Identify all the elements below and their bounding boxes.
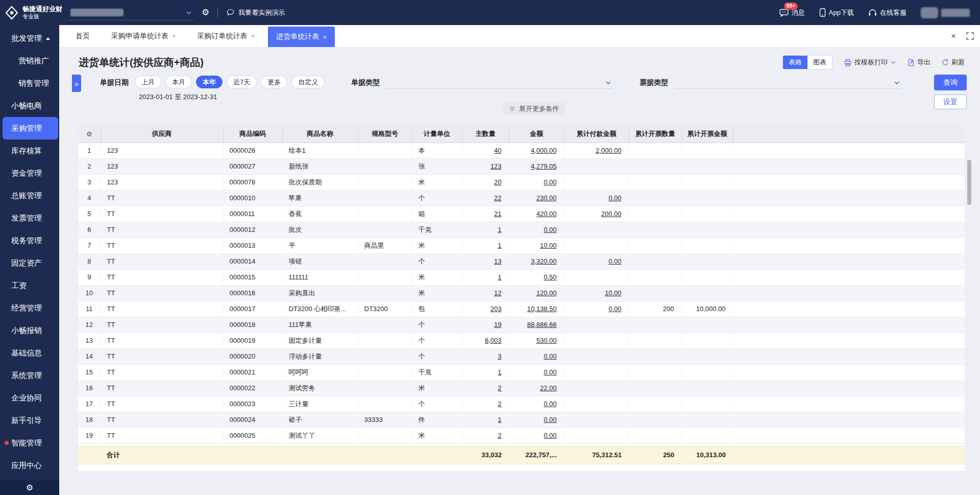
value-link[interactable]: 530.00 bbox=[536, 337, 557, 344]
value-link[interactable]: 0.00 bbox=[544, 226, 556, 233]
sidebar-item-税务管理[interactable]: 税务管理 bbox=[0, 229, 59, 252]
date-range-value[interactable]: 2023-01-01 至 2023-12-31 bbox=[139, 92, 325, 102]
column-header[interactable]: 主数量 bbox=[462, 126, 509, 143]
gear-icon[interactable]: ⚙ bbox=[202, 7, 209, 18]
query-button[interactable]: 查询 bbox=[934, 75, 967, 90]
value-link[interactable]: 22.00 bbox=[540, 384, 557, 392]
tab-首页[interactable]: 首页 bbox=[67, 25, 98, 47]
tab-进货单统计表[interactable]: 进货单统计表× bbox=[268, 27, 335, 47]
tab-close-icon[interactable]: × bbox=[172, 32, 176, 40]
sidebar-item-新手引导[interactable]: 新手引导 bbox=[0, 409, 59, 432]
sidebar-item-企业协同[interactable]: 企业协同 bbox=[0, 387, 59, 409]
column-header[interactable]: 商品编码 bbox=[223, 126, 282, 143]
value-link[interactable]: 0.00 bbox=[608, 305, 621, 313]
sidebar-item-营销推广[interactable]: 营销推广 bbox=[0, 50, 59, 72]
value-link[interactable]: 1 bbox=[498, 273, 501, 281]
sidebar-settings-gear-icon[interactable]: ⚙ bbox=[0, 480, 59, 495]
value-link[interactable]: 3,320.00 bbox=[531, 257, 557, 265]
sidebar-item-小畅报销[interactable]: 小畅报销 bbox=[0, 319, 59, 342]
sidebar-item-总账管理[interactable]: 总账管理 bbox=[0, 184, 59, 207]
date-pill-更多[interactable]: 更多 bbox=[261, 76, 287, 88]
column-header[interactable]: 计量单位 bbox=[412, 126, 462, 143]
sidebar-item-批发管理[interactable]: 批发管理 bbox=[0, 27, 59, 50]
refresh-button[interactable]: 刷新 bbox=[942, 58, 965, 67]
date-pill-上月[interactable]: 上月 bbox=[135, 76, 161, 88]
sidebar-item-销售管理[interactable]: 销售管理 bbox=[0, 72, 59, 95]
value-link[interactable]: 88,886.66 bbox=[527, 321, 557, 328]
column-header[interactable]: 累计开票数量 bbox=[629, 126, 681, 143]
value-link[interactable]: 0.00 bbox=[544, 432, 556, 439]
sidebar-item-固定资产[interactable]: 固定资产 bbox=[0, 252, 59, 274]
messages-button[interactable]: 99+ 消息 bbox=[779, 8, 805, 17]
sidebar-item-基础信息[interactable]: 基础信息 bbox=[0, 342, 59, 364]
settings-button[interactable]: 设置 bbox=[934, 95, 967, 109]
value-link[interactable]: 0.00 bbox=[544, 416, 556, 423]
sidebar-item-资金管理[interactable]: 资金管理 bbox=[0, 162, 59, 184]
value-link[interactable]: 0.00 bbox=[544, 178, 556, 186]
value-link[interactable]: 10.00 bbox=[605, 289, 622, 297]
value-link[interactable]: 2 bbox=[498, 400, 501, 408]
value-link[interactable]: 10.00 bbox=[540, 242, 557, 249]
date-pill-近7天[interactable]: 近7天 bbox=[227, 76, 257, 88]
app-download-button[interactable]: App下载 bbox=[819, 8, 854, 17]
value-link[interactable]: 200.00 bbox=[601, 210, 622, 218]
value-link[interactable]: 0.00 bbox=[608, 257, 621, 265]
sidebar-item-经营管理[interactable]: 经营管理 bbox=[0, 297, 59, 319]
value-link[interactable]: 4,000.00 bbox=[531, 147, 557, 154]
column-header[interactable]: 供应商 bbox=[101, 126, 223, 143]
value-link[interactable]: 2 bbox=[498, 384, 501, 392]
sidebar-item-智能管理[interactable]: 智能管理 bbox=[0, 432, 59, 454]
collapse-filters-button[interactable]: » bbox=[72, 75, 81, 92]
value-link[interactable]: 1 bbox=[498, 226, 501, 233]
print-button[interactable]: 按模板打印 bbox=[844, 58, 896, 67]
value-link[interactable]: 230.00 bbox=[536, 194, 557, 202]
sidebar-item-应用中心[interactable]: 应用中心 bbox=[0, 454, 59, 477]
sidebar-item-发票管理[interactable]: 发票管理 bbox=[0, 207, 59, 229]
value-link[interactable]: 13 bbox=[494, 257, 501, 265]
sidebar-item-工资[interactable]: 工资 bbox=[0, 274, 59, 297]
date-pill-本月[interactable]: 本月 bbox=[165, 76, 192, 88]
scrollbar-thumb[interactable] bbox=[967, 160, 971, 205]
value-link[interactable]: 20 bbox=[494, 178, 501, 186]
value-link[interactable]: 3 bbox=[498, 352, 501, 360]
column-header[interactable]: 累计开票金额 bbox=[681, 126, 733, 143]
sidebar-item-库存核算[interactable]: 库存核算 bbox=[0, 139, 59, 162]
value-link[interactable]: 21 bbox=[494, 210, 501, 218]
value-link[interactable]: 0.00 bbox=[608, 194, 621, 202]
vertical-scrollbar[interactable] bbox=[967, 133, 971, 486]
value-link[interactable]: 2 bbox=[498, 432, 501, 439]
date-pill-自定义[interactable]: 自定义 bbox=[291, 76, 325, 88]
bill-type-select[interactable] bbox=[674, 76, 901, 89]
column-settings-gear-icon[interactable]: ⚙ bbox=[78, 126, 101, 143]
column-header[interactable]: 金额 bbox=[509, 126, 564, 143]
export-button[interactable]: 导出 bbox=[908, 58, 930, 67]
value-link[interactable]: 22 bbox=[494, 194, 501, 202]
tab-采购订单统计表[interactable]: 采购订单统计表× bbox=[189, 25, 263, 47]
tab-close-icon[interactable]: × bbox=[323, 33, 327, 41]
value-link[interactable]: 0.00 bbox=[544, 352, 556, 360]
value-link[interactable]: 10,138.50 bbox=[527, 305, 557, 313]
value-link[interactable]: 120.00 bbox=[536, 289, 557, 297]
expand-more-button[interactable]: 展开更多条件 bbox=[502, 102, 566, 115]
value-link[interactable]: 6,003 bbox=[485, 337, 502, 344]
view-table-button[interactable]: 表格 bbox=[783, 56, 807, 69]
value-link[interactable]: 0.00 bbox=[544, 368, 556, 376]
sidebar-item-系统管理[interactable]: 系统管理 bbox=[0, 364, 59, 387]
demo-link[interactable]: 我要看实例演示 bbox=[226, 8, 285, 17]
close-icon[interactable]: × bbox=[951, 32, 956, 40]
value-link[interactable]: 4,279.05 bbox=[531, 162, 557, 170]
value-link[interactable]: 12 bbox=[494, 289, 501, 297]
value-link[interactable]: 123 bbox=[491, 162, 502, 170]
value-link[interactable]: 2,000.00 bbox=[596, 147, 622, 154]
fullscreen-icon[interactable] bbox=[966, 32, 974, 40]
value-link[interactable]: 40 bbox=[494, 147, 501, 154]
value-link[interactable]: 0.00 bbox=[544, 400, 556, 408]
value-link[interactable]: 19 bbox=[494, 321, 501, 328]
value-link[interactable]: 0.50 bbox=[544, 273, 556, 281]
value-link[interactable]: 203 bbox=[491, 305, 502, 313]
sidebar-item-采购管理[interactable]: 采购管理 bbox=[3, 117, 58, 139]
tab-采购申请单统计表[interactable]: 采购申请单统计表× bbox=[103, 25, 184, 47]
column-header[interactable]: 规格型号 bbox=[358, 126, 412, 143]
tab-close-icon[interactable]: × bbox=[251, 32, 255, 40]
user-account[interactable] bbox=[921, 7, 970, 18]
